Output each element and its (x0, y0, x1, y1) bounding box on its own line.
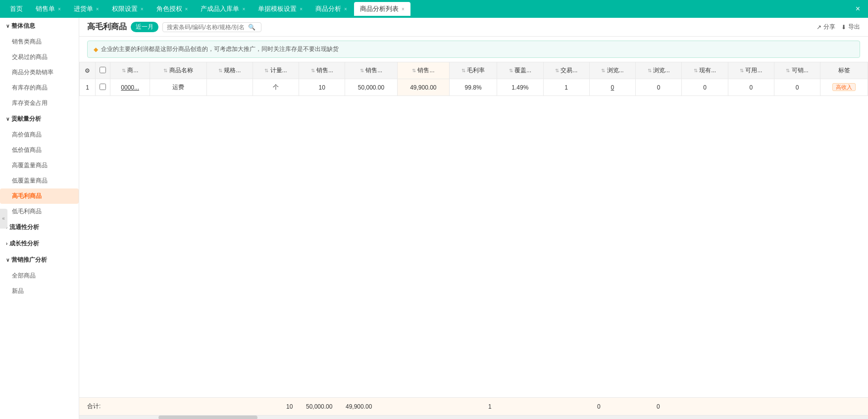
nav-tab-analysis[interactable]: 商品分析 × (309, 2, 353, 16)
cell-coverage: 1.49% (497, 79, 543, 96)
scrollbar-thumb[interactable] (158, 416, 257, 419)
sidebar-item-traded-goods[interactable]: 交易过的商品 (0, 49, 79, 65)
sidebar-item-category-rate[interactable]: 商品分类助销率 (0, 65, 79, 80)
chevron-right-icon: › (6, 241, 7, 246)
sidebar-item-in-stock[interactable]: 有库存的商品 (0, 80, 79, 95)
sidebar-collapse-button[interactable]: « (0, 209, 7, 229)
th-sales-qty[interactable]: ⇅ 销售... (299, 62, 345, 79)
chevron-down-icon: ∨ (6, 257, 9, 263)
sidebar-item-high-coverage[interactable]: 高覆盖量商品 (0, 158, 79, 173)
sidebar-item-stock-funds[interactable]: 库存资金占用 (0, 95, 79, 111)
sidebar-item-sales-goods[interactable]: 销售类商品 (0, 34, 79, 49)
th-sort-icon: ⇅ (163, 68, 167, 73)
data-table: ⚙ ⇅ 商... ⇅ 商品名称 (79, 62, 868, 96)
th-sort-icon: ⇅ (360, 68, 364, 73)
window-close-button[interactable]: × (852, 3, 864, 14)
sidebar-item-low-coverage[interactable]: 低覆盖量商品 (0, 173, 79, 188)
cell-index: 1 (80, 79, 96, 96)
search-input[interactable] (167, 24, 246, 31)
row-checkbox[interactable] (100, 84, 106, 90)
sidebar-group-liquidity-label: 流通性分析 (9, 223, 39, 232)
sidebar-group-overall[interactable]: ∨ 整体信息 (0, 18, 79, 34)
th-name[interactable]: ⇅ 商品名称 (150, 62, 206, 79)
sidebar-group-contribution[interactable]: ∨ 贡献量分析 (0, 111, 79, 127)
footer-spacer2 (505, 403, 584, 410)
sidebar-item-high-margin[interactable]: 高毛利商品 (0, 188, 79, 204)
nav-tab-inbound-label: 产成品入库单 (201, 4, 239, 13)
cell-sku-code[interactable]: 0000... (110, 79, 150, 96)
th-spec[interactable]: ⇅ 规格... (206, 62, 253, 79)
th-stock-available[interactable]: ⇅ 可用... (728, 62, 774, 79)
th-unit[interactable]: ⇅ 计量... (253, 62, 299, 79)
nav-tab-permission-label: 权限设置 (112, 4, 138, 13)
th-sales-amount[interactable]: ⇅ 销售... (345, 62, 397, 79)
close-icon[interactable]: × (185, 6, 188, 12)
close-icon[interactable]: × (141, 6, 144, 12)
th-sort-icon: ⇅ (264, 68, 268, 73)
sidebar-group-marketing[interactable]: ∨ 营销推广分析 (0, 252, 79, 268)
cell-view1[interactable]: 0 (589, 79, 635, 96)
table-row: 1 0000... 运费 个 (80, 79, 868, 96)
footer-transaction: 1 (475, 403, 505, 410)
close-icon[interactable]: × (402, 6, 405, 12)
share-button[interactable]: ↗ 分享 (817, 23, 835, 31)
nav-tab-purchase[interactable]: 进货单 × (68, 2, 105, 16)
th-sort-icon: ⇅ (122, 68, 126, 73)
main-layout: ∨ 整体信息 销售类商品 交易过的商品 商品分类助销率 有库存的商品 库存资金占… (0, 18, 868, 419)
cell-stock-available: 0 (728, 79, 774, 96)
th-sales-profit[interactable]: ⇅ 销售... (397, 62, 449, 79)
close-icon[interactable]: × (344, 6, 347, 12)
export-icon: ⬇ (841, 24, 846, 31)
th-sku-code[interactable]: ⇅ 商... (110, 62, 150, 79)
nav-tab-analysis-list[interactable]: 商品分析列表 × (354, 2, 410, 16)
nav-tab-permission[interactable]: 权限设置 × (106, 2, 150, 16)
th-sort-icon: ⇅ (218, 68, 222, 73)
cell-sales-amount: 50,000.00 (345, 79, 397, 96)
th-settings[interactable]: ⚙ (80, 62, 96, 79)
sidebar-item-low-margin[interactable]: 低毛利商品 (0, 204, 79, 219)
horizontal-scrollbar[interactable] (79, 415, 868, 419)
th-stock-current[interactable]: ⇅ 现有... (682, 62, 728, 79)
nav-tab-inbound[interactable]: 产成品入库单 × (195, 2, 251, 16)
settings-icon[interactable]: ⚙ (85, 67, 90, 74)
th-view1[interactable]: ⇅ 浏览... (589, 62, 635, 79)
th-gross-margin[interactable]: ⇅ 毛利率 (449, 62, 497, 79)
sidebar-item-all-goods[interactable]: 全部商品 (0, 268, 79, 283)
sidebar-item-low-value[interactable]: 低价值商品 (0, 142, 79, 158)
close-icon[interactable]: × (300, 6, 303, 12)
th-coverage[interactable]: ⇅ 覆盖... (497, 62, 543, 79)
sidebar-group-liquidity[interactable]: › 流通性分析 (0, 219, 79, 235)
chevron-down-icon: ∨ (6, 116, 9, 122)
collapse-icon: « (2, 216, 5, 221)
th-sort-icon: ⇅ (509, 68, 513, 73)
nav-tab-template[interactable]: 单据模板设置 × (252, 2, 308, 16)
th-sort-icon: ⇅ (694, 68, 698, 73)
footer-cells: 10 50,000.00 49,900.00 1 0 0 (108, 403, 860, 410)
filter-recent-month-button[interactable]: 近一月 (131, 22, 158, 32)
footer-spacer (376, 403, 475, 410)
nav-right: × (852, 4, 864, 13)
th-checkbox[interactable] (96, 62, 110, 79)
search-icon[interactable]: 🔍 (248, 24, 255, 31)
select-all-checkbox[interactable] (100, 67, 106, 73)
close-icon[interactable]: × (58, 6, 61, 12)
th-stock-sellable[interactable]: ⇅ 可销... (774, 62, 820, 79)
sidebar-group-growth[interactable]: › 成长性分析 (0, 235, 79, 252)
cell-transaction: 1 (543, 79, 589, 96)
sidebar-item-new-goods[interactable]: 新品 (0, 283, 79, 299)
export-button[interactable]: ⬇ 导出 (841, 23, 860, 31)
cell-tag: 高收入 (820, 79, 868, 96)
th-sort-icon: ⇅ (461, 68, 465, 73)
nav-tab-role[interactable]: 角色授权 × (151, 2, 194, 16)
sidebar-group-marketing-label: 营销推广分析 (11, 256, 47, 264)
th-view2[interactable]: ⇅ 浏览... (636, 62, 682, 79)
sidebar-item-high-value[interactable]: 高价值商品 (0, 127, 79, 142)
th-transaction[interactable]: ⇅ 交易... (543, 62, 589, 79)
nav-tab-home[interactable]: 首页 (4, 2, 29, 16)
close-icon[interactable]: × (96, 6, 99, 12)
close-icon[interactable]: × (242, 6, 245, 12)
th-sort-icon: ⇅ (648, 68, 652, 73)
cell-checkbox[interactable] (96, 79, 110, 96)
footer-stock-current: 0 (584, 403, 613, 410)
nav-tab-sales[interactable]: 销售单 × (30, 2, 67, 16)
